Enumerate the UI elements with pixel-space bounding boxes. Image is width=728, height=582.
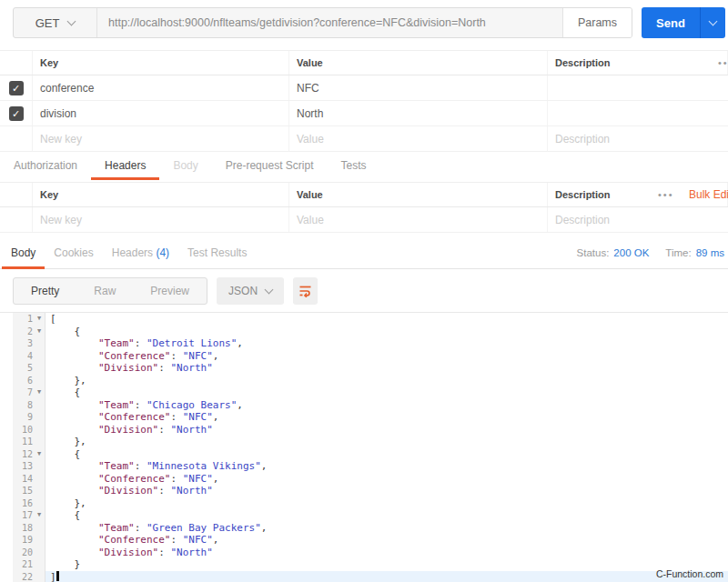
params-button[interactable]: Params [562, 8, 632, 37]
headers-table: Key Value Description ••• Bulk Edit New … [0, 182, 728, 233]
line-number: 3 [13, 337, 33, 350]
send-button-group: Send [642, 7, 725, 38]
headers-new-description-input[interactable]: Description [548, 207, 728, 232]
headers-new-key-input[interactable]: New key [33, 207, 289, 232]
response-tab-body[interactable]: Body [2, 239, 45, 269]
wrap-lines-button[interactable] [293, 277, 318, 305]
code-line: 19 "Conference": "NFC", [0, 534, 728, 547]
response-tab-cookies[interactable]: Cookies [45, 239, 102, 269]
code-line: 18 "Team": "Green Bay Packers", [0, 522, 728, 535]
chevron-down-icon [67, 16, 76, 25]
fold-arrow-icon[interactable]: ▼ [33, 313, 46, 326]
format-label: JSON [228, 285, 258, 297]
fold-arrow-icon[interactable]: ▼ [33, 448, 46, 461]
fold-arrow-icon[interactable]: ▼ [33, 326, 46, 338]
param-checkbox[interactable]: ✓ [9, 106, 24, 121]
view-button-preview[interactable]: Preview [133, 278, 207, 304]
bulk-edit-link[interactable]: Bulk Edit [689, 183, 728, 206]
params-value-header: Value [289, 51, 548, 75]
time-label: Time: [665, 247, 691, 258]
send-button[interactable]: Send [642, 7, 700, 38]
send-dropdown-button[interactable] [700, 7, 725, 38]
headers-count-badge: (4) [156, 246, 169, 259]
code-line: 21 } [0, 558, 728, 571]
check-icon: ✓ [12, 108, 20, 119]
params-checkbox-column [0, 51, 33, 75]
headers-key-header: Key [33, 183, 289, 206]
line-number: 18 [13, 522, 33, 535]
code-line: 22] [0, 571, 728, 582]
line-number: 19 [13, 534, 33, 547]
line-number: 11 [13, 436, 33, 448]
fold-arrow-icon[interactable]: ▼ [33, 386, 46, 399]
code-line: 7▼ { [0, 386, 728, 399]
json-response: 1▼[2▼ {3 "Team": "Detroit Lions",4 "Conf… [0, 313, 728, 582]
response-meta: Status: 200 OK Time: 89 ms [561, 238, 724, 266]
params-menu-icon[interactable]: ••• [718, 51, 728, 75]
param-value-cell[interactable]: NFC [289, 75, 548, 100]
params-header-row: Key Value Description ••• [0, 50, 728, 75]
param-description-cell[interactable] [548, 75, 728, 100]
params-key-header: Key [33, 51, 289, 75]
response-tab-test-results[interactable]: Test Results [178, 239, 256, 269]
headers-new-value-input[interactable]: Value [289, 207, 548, 232]
wrap-lines-icon [298, 285, 312, 297]
line-number: 12 [13, 448, 33, 461]
fold-arrow-icon[interactable]: ▼ [33, 509, 46, 522]
line-number: 1 [13, 313, 33, 326]
param-description-cell[interactable] [548, 101, 728, 125]
request-tabs: AuthorizationHeadersBodyPre-request Scri… [0, 155, 728, 180]
line-number: 17 [13, 509, 33, 522]
headers-menu-icon[interactable]: ••• [658, 183, 674, 206]
line-number: 20 [13, 547, 33, 559]
line-number: 2 [13, 326, 33, 338]
headers-new-row: New key Value Description [0, 207, 728, 233]
request-tab-body[interactable]: Body [159, 155, 211, 180]
chevron-down-icon [265, 285, 274, 294]
request-tab-authorization[interactable]: Authorization [0, 155, 91, 180]
status-badge: 200 OK [613, 247, 649, 258]
line-number: 4 [13, 350, 33, 363]
response-tabs: BodyCookiesHeaders (4)Test Results [2, 239, 256, 268]
method-dropdown[interactable]: GET [14, 8, 97, 37]
code-line: 1▼[ [0, 313, 728, 326]
params-new-key-input[interactable]: New key [33, 126, 289, 151]
code-line: 10 "Division": "North" [0, 424, 728, 436]
view-button-pretty[interactable]: Pretty [14, 278, 76, 304]
params-new-value-input[interactable]: Value [289, 126, 548, 151]
response-body-editor[interactable]: 1▼[2▼ {3 "Team": "Detroit Lions",4 "Conf… [0, 312, 728, 582]
view-button-raw[interactable]: Raw [76, 278, 133, 304]
code-line: 3 "Team": "Detroit Lions", [0, 337, 728, 350]
code-line: 17▼ { [0, 509, 728, 522]
response-tab-headers[interactable]: Headers (4) [103, 239, 178, 269]
code-line: 2▼ { [0, 326, 728, 338]
view-switcher: PrettyRawPreview [13, 277, 207, 305]
response-tabs-bar: BodyCookiesHeaders (4)Test Results Statu… [0, 238, 728, 269]
line-number: 5 [13, 362, 33, 375]
line-number: 22 [13, 571, 33, 582]
url-input[interactable] [97, 8, 562, 37]
param-row-division: ✓divisionNorth [0, 101, 728, 126]
chevron-down-icon [709, 16, 718, 25]
code-line: 4 "Conference": "NFC", [0, 350, 728, 363]
code-line: 20 "Division": "North" [0, 547, 728, 559]
code-line: 8 "Team": "Chicago Bears", [0, 399, 728, 412]
request-tab-tests[interactable]: Tests [327, 155, 379, 180]
format-dropdown[interactable]: JSON [217, 277, 284, 305]
request-tab-headers[interactable]: Headers [91, 155, 159, 180]
code-line: 5 "Division": "North" [0, 362, 728, 375]
param-value-cell[interactable]: North [289, 101, 548, 125]
code-line: 6 }, [0, 375, 728, 387]
param-key-cell[interactable]: conference [33, 75, 289, 100]
code-line: 14 "Conference": "NFC", [0, 473, 728, 486]
params-new-description-input[interactable]: Description [548, 126, 728, 151]
param-row-conference: ✓conferenceNFC [0, 75, 728, 101]
param-checkbox[interactable]: ✓ [9, 81, 24, 95]
request-tab-pre-request-script[interactable]: Pre-request Script [212, 155, 328, 180]
response-toolbar: PrettyRawPreview JSON [13, 277, 318, 305]
line-number: 13 [13, 460, 33, 473]
check-icon: ✓ [12, 83, 20, 94]
line-number: 16 [13, 497, 33, 510]
param-key-cell[interactable]: division [33, 101, 289, 125]
line-number: 8 [13, 399, 33, 412]
